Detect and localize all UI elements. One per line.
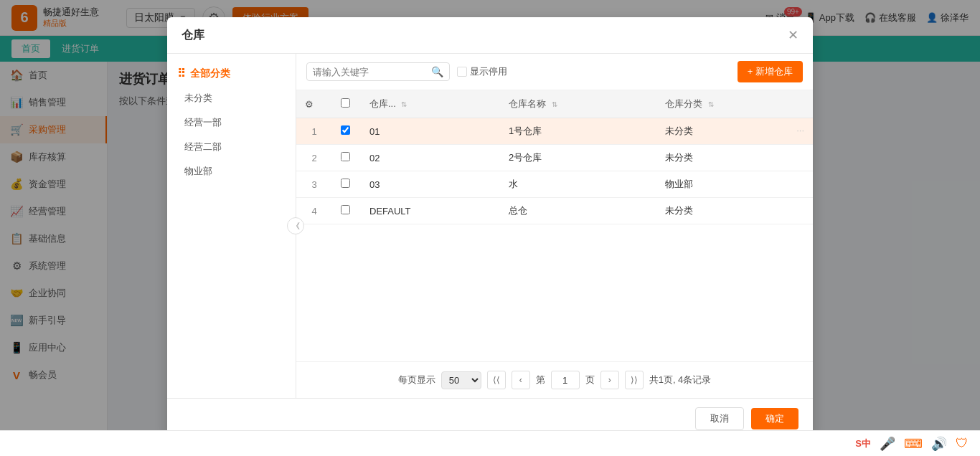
collapse-button[interactable]: 《 bbox=[287, 217, 304, 234]
row-checkbox[interactable] bbox=[332, 198, 361, 224]
col-category: 仓库分类 ⇅ bbox=[656, 90, 813, 118]
dialog-body: 《 ⠿ 全部分类 未分类 经营一部 经营二部 物业部 bbox=[167, 54, 813, 398]
col-checkbox bbox=[332, 90, 361, 118]
col-code: 仓库... ⇅ bbox=[361, 90, 500, 118]
row-category: 未分类 bbox=[656, 145, 813, 171]
list-toolbar: 🔍 显示停用 + 新增仓库 bbox=[296, 54, 813, 90]
bottom-bar: S中 🎤 ⌨ 🔊 🛡 bbox=[0, 430, 980, 456]
sort-category-icon: ⇅ bbox=[708, 100, 714, 108]
warehouse-list-panel: 🔍 显示停用 + 新增仓库 ⚙ bbox=[296, 54, 813, 398]
sort-name-icon: ⇅ bbox=[552, 100, 557, 108]
category-dot-icon: ⠿ bbox=[177, 67, 186, 80]
search-icon[interactable]: 🔍 bbox=[431, 66, 443, 77]
last-page-button[interactable]: ⟩⟩ bbox=[625, 371, 644, 389]
ime-icon[interactable]: S中 bbox=[855, 437, 871, 450]
row-name: 水 bbox=[500, 171, 656, 198]
table-row[interactable]: 2 02 2号仓库 未分类 bbox=[296, 145, 813, 171]
row-checkbox[interactable] bbox=[332, 171, 361, 198]
col-settings: ⚙ bbox=[296, 90, 332, 118]
dialog-header: 仓库 ✕ bbox=[167, 17, 813, 54]
table-row[interactable]: 4 DEFAULT 总仓 未分类 bbox=[296, 198, 813, 224]
pagination: 每页显示 50 100 ⟨⟨ ‹ 第 页 › ⟩⟩ 共1页, 4条记录 bbox=[296, 361, 813, 398]
warehouse-dialog: 仓库 ✕ 《 ⠿ 全部分类 未分类 经营一部 经营二部 bbox=[167, 17, 813, 439]
next-page-button[interactable]: › bbox=[600, 371, 619, 389]
table-row[interactable]: 3 03 水 物业部 bbox=[296, 171, 813, 198]
keyboard-icon[interactable]: ⌨ bbox=[904, 436, 923, 452]
warehouse-table-wrap: ⚙ 仓库... ⇅ 仓库名称 bbox=[296, 90, 813, 361]
col-name: 仓库名称 ⇅ bbox=[500, 90, 656, 118]
row-category: 未分类··· bbox=[656, 118, 813, 145]
first-page-button[interactable]: ⟨⟨ bbox=[487, 371, 506, 389]
category-dept1[interactable]: 经营一部 bbox=[167, 110, 296, 135]
category-unclassified[interactable]: 未分类 bbox=[167, 86, 296, 110]
settings-col-icon: ⚙ bbox=[305, 99, 314, 110]
row-name: 2号仓库 bbox=[500, 145, 656, 171]
page-size-select[interactable]: 50 100 bbox=[441, 371, 481, 389]
warehouse-table: ⚙ 仓库... ⇅ 仓库名称 bbox=[296, 90, 813, 224]
checkbox-icon[interactable] bbox=[457, 67, 467, 77]
row-number: 3 bbox=[296, 171, 332, 198]
search-input[interactable] bbox=[313, 67, 427, 77]
row-code: 01 bbox=[361, 118, 500, 145]
row-code: 03 bbox=[361, 171, 500, 198]
row-category: 物业部 bbox=[656, 171, 813, 198]
dialog-close-button[interactable]: ✕ bbox=[788, 27, 798, 43]
row-actions-icon[interactable]: ··· bbox=[796, 125, 804, 136]
category-panel: 《 ⠿ 全部分类 未分类 经营一部 经营二部 物业部 bbox=[167, 54, 296, 398]
row-name: 总仓 bbox=[500, 198, 656, 224]
row-number: 2 bbox=[296, 145, 332, 171]
mic-icon[interactable]: 🎤 bbox=[880, 436, 895, 452]
show-disabled-checkbox[interactable]: 显示停用 bbox=[457, 65, 507, 78]
speaker-icon[interactable]: 🔊 bbox=[931, 436, 947, 452]
row-checkbox[interactable] bbox=[332, 145, 361, 171]
category-property[interactable]: 物业部 bbox=[167, 159, 296, 184]
modal-overlay: 仓库 ✕ 《 ⠿ 全部分类 未分类 经营一部 经营二部 bbox=[0, 0, 980, 456]
row-number: 1 bbox=[296, 118, 332, 145]
page-input[interactable] bbox=[551, 371, 580, 389]
row-name: 1号仓库 bbox=[500, 118, 656, 145]
row-code: DEFAULT bbox=[361, 198, 500, 224]
table-row[interactable]: 1 01 1号仓库 未分类··· bbox=[296, 118, 813, 145]
prev-page-button[interactable]: ‹ bbox=[512, 371, 530, 389]
row-category: 未分类 bbox=[656, 198, 813, 224]
shield-icon[interactable]: 🛡 bbox=[956, 436, 969, 451]
cancel-button[interactable]: 取消 bbox=[695, 407, 744, 430]
row-checkbox[interactable] bbox=[332, 118, 361, 145]
add-warehouse-button[interactable]: + 新增仓库 bbox=[738, 61, 803, 82]
search-wrap: 🔍 bbox=[306, 62, 450, 81]
confirm-button[interactable]: 确定 bbox=[751, 408, 798, 429]
sort-code-icon: ⇅ bbox=[401, 100, 407, 108]
category-all[interactable]: ⠿ 全部分类 bbox=[167, 61, 296, 86]
dialog-title: 仓库 bbox=[182, 28, 204, 43]
row-code: 02 bbox=[361, 145, 500, 171]
category-dept2[interactable]: 经营二部 bbox=[167, 135, 296, 159]
select-all-checkbox[interactable] bbox=[341, 98, 350, 108]
